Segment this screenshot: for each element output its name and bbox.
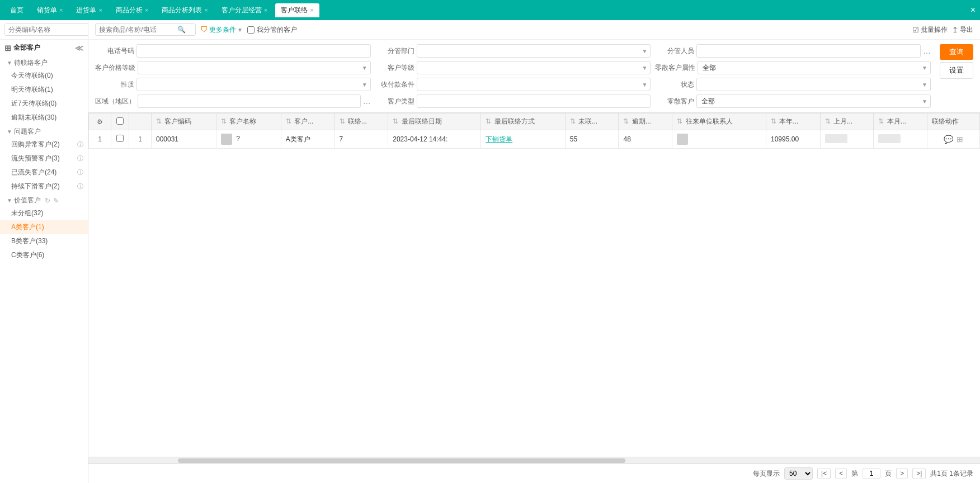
- col-header-code[interactable]: ⇅ 客户编码: [152, 113, 216, 130]
- filter-dept-label: 分管部门: [375, 46, 414, 56]
- sidebar-item-class-a[interactable]: A类客户(1): [0, 220, 88, 234]
- sidebar-search-input[interactable]: [4, 23, 88, 36]
- sidebar-item-declining[interactable]: 持续下滑客户(2) ⓘ: [0, 179, 88, 193]
- col-header-last-date[interactable]: ⇅ 最后联络日期: [388, 113, 481, 130]
- filter-status-select[interactable]: [696, 78, 931, 91]
- page-size-select[interactable]: 10 20 50 100: [784, 467, 813, 480]
- filter-retail-attr-select[interactable]: 全部: [698, 61, 931, 74]
- sidebar-item-class-b[interactable]: B类客户(33): [0, 234, 88, 248]
- next-page-btn[interactable]: >: [896, 468, 908, 479]
- col-header-overdue[interactable]: ⇅ 逾期...: [619, 113, 672, 130]
- scrollbar-thumb[interactable]: [178, 458, 625, 463]
- export-btn[interactable]: ↥ 导出: [952, 25, 973, 35]
- filter-field-phone: 电话号码: [95, 44, 371, 58]
- filter-search-input[interactable]: [99, 26, 177, 34]
- col-header-this-month[interactable]: ⇅ 本月...: [874, 113, 927, 130]
- col-header-customer-level[interactable]: ⇅ 客户...: [281, 113, 334, 130]
- filter-retail-select[interactable]: 全部: [696, 94, 931, 108]
- col-header-no-contact[interactable]: ⇅ 未联...: [565, 113, 619, 130]
- last-page-btn[interactable]: >|: [912, 468, 926, 479]
- filter-customer-level-select[interactable]: [417, 61, 651, 74]
- sidebar-item-ungrouped[interactable]: 未分组(32): [0, 206, 88, 220]
- sidebar-item-tomorrow[interactable]: 明天待联络(1): [0, 83, 88, 97]
- manager-dots-btn[interactable]: …: [923, 46, 931, 55]
- sidebar-item-class-c[interactable]: C类客户(6): [0, 248, 88, 262]
- filter-region-input[interactable]: [138, 94, 361, 108]
- nav-home[interactable]: 首页: [4, 3, 29, 17]
- sidebar-item-today[interactable]: 今天待联络(0): [0, 69, 88, 83]
- page-input[interactable]: [863, 468, 880, 479]
- more-conditions-btn[interactable]: ⛉ 更多条件 ▼: [200, 25, 243, 35]
- filter-field-price-level: 客户价格等级 ▼: [95, 61, 371, 74]
- my-customers-checkbox[interactable]: [247, 26, 255, 34]
- filter-nature-select[interactable]: [136, 78, 371, 91]
- nav-goods-list[interactable]: 商品分析列表 ×: [156, 3, 213, 17]
- col-header-contacts[interactable]: ⇅ 往来单位联系人: [672, 113, 766, 130]
- nav-customer-layer-close[interactable]: ×: [264, 7, 267, 13]
- sidebar-item-lost[interactable]: 已流失客户(24) ⓘ: [0, 165, 88, 179]
- first-page-btn[interactable]: |<: [817, 468, 831, 479]
- sidebar-search-container: 🔍: [0, 20, 88, 40]
- nav-close-all-icon[interactable]: ×: [970, 5, 976, 15]
- filter-phone-input[interactable]: [136, 44, 371, 58]
- sidebar-item-overdue[interactable]: 逾期未联络(30): [0, 111, 88, 125]
- col-header-last-month[interactable]: ⇅ 上月...: [820, 113, 874, 130]
- col-header-name[interactable]: ⇅ 客户名称: [216, 113, 281, 130]
- filter-search-icon[interactable]: 🔍: [177, 26, 186, 34]
- row-message-icon[interactable]: 💬: [944, 135, 953, 144]
- filter-manager-input[interactable]: [696, 44, 921, 58]
- batch-ops-btn[interactable]: ☑ 批量操作: [912, 25, 948, 35]
- filter-customer-type-input[interactable]: [417, 94, 651, 108]
- nav-sales-close[interactable]: ×: [59, 7, 63, 13]
- filter-price-level-select[interactable]: [138, 61, 371, 74]
- group-value-edit-icon[interactable]: ✎: [53, 197, 59, 205]
- nav-customer-contact[interactable]: 客户联络 ×: [275, 3, 319, 17]
- sidebar-item-class-a-label: A类客户(1): [11, 222, 44, 232]
- query-button[interactable]: 查询: [940, 44, 973, 60]
- nav-purchase[interactable]: 进货单 ×: [70, 3, 107, 17]
- sidebar-all-customers[interactable]: ⊞ 全部客户 ≪: [0, 40, 88, 56]
- sidebar-item-repurchase-label: 回购异常客户(2): [11, 140, 60, 149]
- horizontal-scrollbar[interactable]: [88, 457, 980, 463]
- table-container: ⚙ ⇅ 客户编码 ⇅ 客户名称: [88, 113, 980, 457]
- col-header-last-method[interactable]: ⇅ 最后联络方式: [481, 113, 566, 130]
- col-header-contact-count[interactable]: ⇅ 联络...: [334, 113, 388, 130]
- group-pending-label: 待联络客户: [14, 58, 48, 68]
- nav-customer-contact-close[interactable]: ×: [310, 7, 313, 13]
- col-header-year-amount[interactable]: ⇅ 本年...: [766, 113, 821, 130]
- col-date-sort-icon: ⇅: [393, 117, 398, 125]
- filter-status-wrapper: ▼: [696, 78, 931, 91]
- sidebar-item-repurchase[interactable]: 回购异常客户(2) ⓘ: [0, 138, 88, 151]
- filter-dept-select[interactable]: [417, 44, 651, 58]
- last-method-link[interactable]: 下销货单: [486, 135, 512, 143]
- sidebar-item-week[interactable]: 近7天待联络(0): [0, 97, 88, 111]
- sidebar-item-loss-warning-label: 流失预警客户(3): [11, 154, 60, 163]
- nav-customer-layer-label: 客户分层经营: [222, 6, 262, 15]
- nav-goods-close[interactable]: ×: [145, 7, 148, 13]
- nav-goods-list-close[interactable]: ×: [204, 7, 208, 13]
- col-header-gear[interactable]: ⚙: [89, 113, 111, 130]
- nav-customer-layer[interactable]: 客户分层经营 ×: [216, 3, 273, 17]
- nav-purchase-close[interactable]: ×: [98, 7, 102, 13]
- prev-page-btn[interactable]: <: [835, 468, 847, 479]
- filter-customer-level-wrapper: ▼: [417, 61, 651, 74]
- nav-sales[interactable]: 销货单 ×: [31, 3, 68, 17]
- sidebar: 🔍 ⊞ 全部客户 ≪ ▼ 待联络客户 今天待联络(0) 明天待联络(1) 近7天…: [0, 20, 88, 483]
- cell-contacts: [672, 130, 766, 149]
- col-level-sort-icon: ⇅: [286, 117, 291, 125]
- cell-overdue: 48: [619, 130, 672, 149]
- region-dots-btn[interactable]: …: [363, 97, 371, 106]
- my-customers-filter: 我分管的客户: [247, 25, 297, 35]
- settings-button[interactable]: 设置: [940, 62, 973, 79]
- col-thismonth-sort-icon: ⇅: [878, 117, 884, 125]
- row-checkbox[interactable]: [116, 135, 124, 142]
- sidebar-collapse-icon[interactable]: ≪: [75, 44, 83, 53]
- sidebar-item-loss-warning[interactable]: 流失预警客户(3) ⓘ: [0, 151, 88, 165]
- filter-payment-select[interactable]: [417, 78, 651, 91]
- row-grid-icon[interactable]: ⊞: [957, 135, 963, 144]
- nav-purchase-label: 进货单: [76, 6, 96, 15]
- nav-goods-analysis[interactable]: 商品分析 ×: [110, 3, 154, 17]
- group-value-refresh-icon[interactable]: ↻: [45, 197, 50, 205]
- select-all-checkbox[interactable]: [116, 117, 124, 125]
- group-problem-label: 问题客户: [14, 127, 41, 136]
